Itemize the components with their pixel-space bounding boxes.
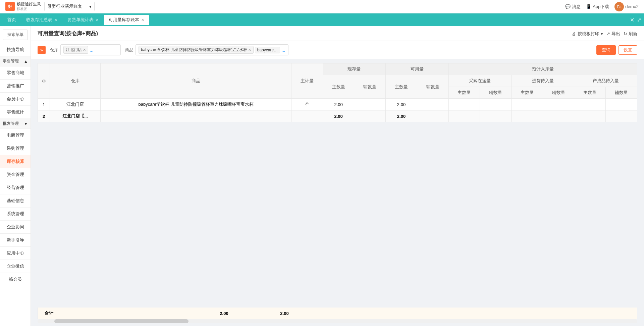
- tab-available-stock-close[interactable]: ✕: [141, 18, 144, 22]
- tab-available-stock[interactable]: 可用量库存账本 ✕: [104, 15, 149, 25]
- sidebar-item-ecommerce[interactable]: 电商管理: [0, 129, 31, 142]
- product-tag-1-close[interactable]: ✕: [248, 48, 251, 52]
- sidebar-item-operations[interactable]: 经营管理: [0, 181, 31, 194]
- chevron-down-icon: ▾: [89, 4, 92, 9]
- export-icon: ↗: [606, 31, 610, 36]
- tab-home[interactable]: 首页: [3, 15, 21, 25]
- refresh-button[interactable]: ↻ 刷新: [624, 31, 637, 37]
- cell-available-aux: [417, 99, 448, 110]
- tab-receive-send-label: 收发存汇总表: [26, 17, 52, 23]
- cell-prod-pending-main: [574, 110, 606, 122]
- sidebar-item-newbie[interactable]: 新手引导: [0, 234, 31, 247]
- th-expected-in: 预计入库量: [448, 63, 637, 75]
- logo-text: 畅捷通好生意: [17, 2, 41, 6]
- product-input[interactable]: babycare学饮杯 儿童防摔防撞吸管杯重力球吸嘴杯宝宝水杯 ✕ babyca…: [136, 44, 288, 55]
- print-icon: 🖨: [572, 31, 576, 36]
- industry-selector[interactable]: 母婴行业演示账套 ▾: [44, 2, 95, 11]
- setting-button[interactable]: 设置: [619, 45, 637, 55]
- th-purchase-transit-main: 主数量: [448, 87, 480, 99]
- industry-selector-label: 母婴行业演示账套: [47, 3, 82, 9]
- query-button[interactable]: 查询: [596, 45, 616, 55]
- sidebar-item-finance[interactable]: 资金管理: [0, 168, 31, 181]
- sidebar-item-wechat[interactable]: 企业微信: [0, 260, 31, 273]
- tab-receive-send[interactable]: 收发存汇总表 ✕: [21, 15, 62, 25]
- warehouse-label: 仓库: [50, 47, 58, 53]
- main-layout: 搜索菜单 快捷导航 零售管理 ▲ 零售商城 营销推广 会员中心 零售统计 批发管…: [0, 26, 644, 326]
- chevron-down-icon: ▼: [24, 122, 28, 126]
- message-label: 消息: [572, 4, 581, 10]
- th-available-main-qty: 主数量: [386, 75, 417, 99]
- cell-current-main: 2.00: [323, 110, 354, 122]
- sidebar-item-vip[interactable]: 畅会员: [0, 273, 31, 286]
- tab-order-stats[interactable]: 要货单统计表 ✕: [63, 15, 103, 25]
- top-bar: 好 畅捷通好生意 标准版 母婴行业演示账套 ▾ 💬 消息 📱 App下载 Ea …: [0, 0, 644, 13]
- sidebar-item-marketing[interactable]: 营销推广: [0, 80, 31, 93]
- sidebar-item-basic[interactable]: 基础信息: [0, 194, 31, 207]
- table-row: 2 江北门店【... 2.00 2.00: [38, 110, 637, 122]
- warehouse-more-icon[interactable]: ...: [90, 47, 94, 53]
- sidebar-item-retail-stats[interactable]: 零售统计: [0, 106, 31, 119]
- sidebar-item-quick-nav[interactable]: 快捷导航: [0, 43, 31, 56]
- sidebar-item-enterprise[interactable]: 企业协同: [0, 221, 31, 234]
- close-all-tabs-button[interactable]: ✕: [630, 17, 634, 23]
- search-menu-button[interactable]: 搜索菜单: [3, 30, 28, 40]
- warehouse-input[interactable]: 江北门店 ✕ ...: [60, 44, 121, 55]
- th-product-pending-main: 主数量: [574, 87, 606, 99]
- tab-order-stats-label: 要货单统计表: [67, 17, 94, 23]
- cell-p-transit-aux: [480, 99, 512, 110]
- app-download-label: App下载: [593, 4, 609, 10]
- avatar: Ea: [614, 2, 624, 11]
- sidebar: 搜索菜单 快捷导航 零售管理 ▲ 零售商城 营销推广 会员中心 零售统计 批发管…: [0, 26, 31, 326]
- product-more-icon[interactable]: ...: [281, 47, 285, 53]
- scroll-thumb[interactable]: [54, 319, 189, 323]
- th-product-pending: 产成品待入量: [574, 75, 637, 87]
- page-actions: 🖨 按模板打印 ▾ ↗ 导出 ↻ 刷新: [572, 31, 637, 37]
- sidebar-item-wholesale[interactable]: 批发管理 ▼: [0, 119, 31, 129]
- tab-order-stats-close[interactable]: ✕: [96, 18, 99, 22]
- th-settings[interactable]: ⚙: [38, 63, 50, 99]
- warehouse-tag-close[interactable]: ✕: [83, 48, 86, 52]
- warehouse-tag: 江北门店 ✕: [63, 46, 88, 54]
- table-area: ⚙ 仓库 商品 主计量 现存量: [31, 59, 644, 308]
- th-available-aux-qty: 辅数量: [417, 75, 448, 99]
- filter-expand-button[interactable]: »: [38, 46, 46, 54]
- sidebar-item-app-center[interactable]: 应用中心: [0, 247, 31, 260]
- sidebar-item-system[interactable]: 系统管理: [0, 207, 31, 221]
- sidebar-item-retail[interactable]: 零售管理 ▲: [0, 56, 31, 66]
- print-template-button[interactable]: 🖨 按模板打印 ▾: [572, 31, 603, 37]
- footer-current-total: 2.00: [209, 311, 239, 316]
- content-area: 可用量查询(按仓库+商品) 🖨 按模板打印 ▾ ↗ 导出 ↻ 刷新: [31, 26, 644, 326]
- avatar-text: Ea: [617, 5, 622, 9]
- cell-available-aux: [417, 110, 448, 122]
- cell-p-transit-aux: [480, 110, 512, 122]
- tab-receive-send-close[interactable]: ✕: [54, 18, 57, 22]
- warehouse-filter: 仓库 江北门店 ✕ ...: [50, 44, 121, 55]
- page-title-row: 可用量查询(按仓库+商品) 🖨 按模板打印 ▾ ↗ 导出 ↻ 刷新: [38, 30, 637, 37]
- app-download-button[interactable]: 📱 App下载: [586, 4, 609, 10]
- cell-main-unit: 个: [291, 99, 323, 110]
- export-button[interactable]: ↗ 导出: [606, 31, 620, 37]
- logo-text-block: 畅捷通好生意 标准版: [17, 2, 41, 11]
- filter-bar: » 仓库 江北门店 ✕ ... 商品 babycare学饮杯 儿童防摔防撞吸管杯…: [31, 41, 644, 59]
- cell-p-transit-main: [448, 99, 480, 110]
- data-table: ⚙ 仓库 商品 主计量 现存量: [38, 63, 637, 122]
- message-button[interactable]: 💬 消息: [565, 4, 581, 10]
- page-title: 可用量查询(按仓库+商品): [38, 30, 98, 37]
- cell-product: babycare学饮杯 儿童防摔防撞吸管杯重力球吸嘴杯宝宝水杯: [101, 99, 291, 110]
- product-filter: 商品 babycare学饮杯 儿童防摔防撞吸管杯重力球吸嘴杯宝宝水杯 ✕ bab…: [125, 44, 288, 55]
- top-bar-right: 💬 消息 📱 App下载 Ea demo2: [565, 2, 639, 11]
- user-profile[interactable]: Ea demo2: [614, 2, 639, 11]
- sidebar-item-inventory[interactable]: 库存核算: [0, 155, 31, 168]
- cell-g-pending-main: [512, 99, 543, 110]
- th-current-aux-qty: 辅数量: [354, 75, 386, 99]
- cell-product: [101, 110, 291, 122]
- sidebar-item-purchase[interactable]: 采购管理: [0, 142, 31, 155]
- horizontal-scrollbar[interactable]: [38, 319, 637, 323]
- cell-current-aux: [354, 99, 386, 110]
- sidebar-item-member[interactable]: 会员中心: [0, 93, 31, 106]
- th-purchase-transit-aux: 辅数量: [480, 87, 512, 99]
- expand-window-button[interactable]: ⤢: [637, 17, 641, 23]
- logo-icon: 好: [5, 2, 15, 11]
- th-purchase-transit: 采购在途量: [448, 75, 511, 87]
- sidebar-item-retail-mall[interactable]: 零售商城: [0, 66, 31, 80]
